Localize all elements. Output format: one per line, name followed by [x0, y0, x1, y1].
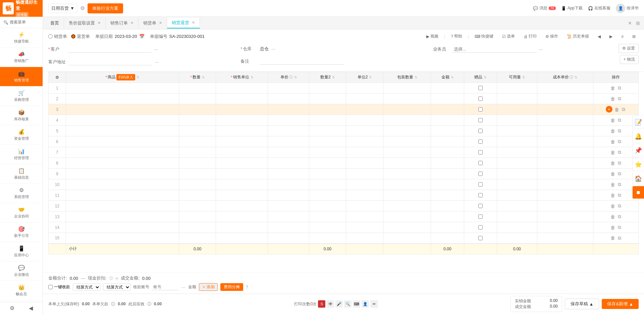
row-amount-12[interactable]	[431, 201, 464, 211]
maximize-tab-btn[interactable]: ⊞	[635, 20, 641, 26]
row-quantity2-10[interactable]	[309, 179, 346, 190]
message-btn[interactable]: 💬 消息 70	[533, 5, 556, 11]
row-quantity-13[interactable]	[179, 211, 216, 222]
delete-row-btn-11[interactable]: 🗑	[610, 192, 616, 199]
toolbar-video-btn[interactable]: ▶ 视频	[423, 32, 441, 41]
row-gift-3[interactable]	[464, 104, 497, 115]
settlement-select[interactable]: 结算方式	[73, 284, 100, 291]
row-gift-10[interactable]	[464, 179, 497, 190]
delete-row-btn-10[interactable]: 🗑	[610, 181, 616, 188]
row-sales-unit-13[interactable]	[216, 211, 268, 222]
product-input-active[interactable]	[68, 107, 177, 112]
row-product-2[interactable]	[66, 93, 179, 104]
row-unit-price-13[interactable]	[268, 211, 309, 222]
tool-icon-3[interactable]: 🎤	[335, 300, 343, 308]
toolbar-select-btn[interactable]: ☑ 选单	[499, 32, 518, 41]
row-product-6[interactable]	[66, 136, 179, 147]
row-unit-price-6[interactable]	[268, 136, 309, 147]
row-gift-5[interactable]	[464, 126, 497, 136]
row-sales-unit-2[interactable]	[216, 93, 268, 104]
fee-help-icon[interactable]: ?	[246, 285, 248, 290]
row-package-qty-2[interactable]	[383, 93, 431, 104]
row-cost-price-10[interactable]	[537, 179, 593, 190]
account-picker-icon[interactable]: ···	[181, 285, 185, 290]
tab-sales-order-close[interactable]: ✕	[130, 21, 133, 25]
row-package-qty-11[interactable]	[383, 190, 431, 201]
row-package-qty-13[interactable]	[383, 211, 431, 222]
row-amount-13[interactable]	[431, 211, 464, 222]
row-package-qty-9[interactable]	[383, 169, 431, 179]
row-unit-price-11[interactable]	[268, 190, 309, 201]
row-gift-15[interactable]	[464, 233, 497, 244]
row-unit-price-10[interactable]	[268, 179, 309, 190]
row-quantity-3[interactable]	[179, 104, 216, 115]
row-unit2-6[interactable]	[346, 136, 383, 147]
row-quantity-2[interactable]	[179, 93, 216, 104]
gift-checkbox-13[interactable]	[478, 214, 483, 219]
save-new-btn[interactable]: 保存&新增 ▲	[602, 299, 639, 309]
gift-checkbox-2[interactable]	[478, 97, 483, 101]
row-product-11[interactable]	[66, 190, 179, 201]
row-quantity2-15[interactable]	[309, 233, 346, 244]
sidebar-item-system[interactable]: ⚙ 系统管理	[0, 184, 43, 203]
sidebar-settings-icon[interactable]: ⚙	[10, 305, 14, 311]
toolbar-prev-btn[interactable]: ◀	[595, 33, 604, 40]
row-amount-7[interactable]	[431, 147, 464, 158]
row-available-14[interactable]	[497, 222, 537, 233]
row-sales-unit-14[interactable]	[216, 222, 268, 233]
tool-icon-5[interactable]: ⌨	[353, 300, 360, 308]
copy-row-btn-8[interactable]: ⧉	[617, 160, 622, 167]
row-gift-11[interactable]	[464, 190, 497, 201]
user-profile[interactable]: 👤 徐泽华	[616, 4, 639, 13]
row-unit-price-14[interactable]	[268, 222, 309, 233]
row-quantity2-12[interactable]	[309, 201, 346, 211]
row-quantity-5[interactable]	[179, 126, 216, 136]
sidebar-item-inventory[interactable]: 📦 库存核算	[0, 106, 43, 125]
row-package-qty-1[interactable]	[383, 83, 431, 93]
tool-icon-1[interactable]: S	[318, 300, 325, 308]
row-unit-price-8[interactable]	[268, 158, 309, 169]
row-quantity-6[interactable]	[179, 136, 216, 147]
sidebar-item-newbie[interactable]: 🎯 新手引导	[0, 223, 43, 242]
tab-sales-delivery-close[interactable]: ✕	[159, 21, 162, 25]
row-sales-unit-9[interactable]	[216, 169, 268, 179]
row-cost-price-13[interactable]	[537, 211, 593, 222]
row-amount-4[interactable]	[431, 115, 464, 126]
account-input[interactable]	[152, 284, 179, 290]
row-unit2-9[interactable]	[346, 169, 383, 179]
row-amount-2[interactable]	[431, 93, 464, 104]
row-gift-13[interactable]	[464, 211, 497, 222]
remark-input[interactable]	[260, 58, 344, 65]
row-sales-unit-10[interactable]	[216, 179, 268, 190]
copy-row-btn-6[interactable]: ⧉	[617, 138, 622, 145]
copy-row-btn-12[interactable]: ⧉	[617, 202, 622, 209]
gift-checkbox-3[interactable]	[478, 107, 483, 112]
row-unit2-5[interactable]	[346, 126, 383, 136]
delete-row-btn-2[interactable]: 🗑	[610, 95, 616, 102]
copy-row-btn-15[interactable]: ⧉	[617, 235, 622, 242]
row-product-1[interactable]	[66, 83, 179, 93]
calc-select[interactable]: 结算方式	[103, 284, 130, 291]
row-cost-price-12[interactable]	[537, 201, 593, 211]
row-amount-14[interactable]	[431, 222, 464, 233]
row-quantity-10[interactable]	[179, 179, 216, 190]
row-gift-2[interactable]	[464, 93, 497, 104]
gift-checkbox-1[interactable]	[478, 86, 483, 90]
sidebar-item-basic-info[interactable]: 📋 基础信息	[0, 164, 43, 184]
qty-sort-icon[interactable]: ⇅	[202, 75, 205, 79]
delete-row-btn-9[interactable]: 🗑	[610, 170, 616, 177]
industry-dropdown[interactable]: 日用百货 ▼	[48, 4, 77, 13]
copy-row-btn-13[interactable]: ⧉	[617, 213, 622, 220]
sales-radio[interactable]: 销货单	[48, 34, 67, 40]
row-product-15[interactable]	[66, 233, 179, 244]
row-quantity-15[interactable]	[179, 233, 216, 244]
row-quantity-11[interactable]	[179, 190, 216, 201]
row-quantity-9[interactable]	[179, 169, 216, 179]
avail-sort-icon[interactable]: ⇅	[522, 75, 525, 79]
row-cost-price-1[interactable]	[537, 83, 593, 93]
row-gift-4[interactable]	[464, 115, 497, 126]
row-package-qty-10[interactable]	[383, 179, 431, 190]
right-panel-btn-1[interactable]: 📝	[632, 115, 644, 129]
copy-row-btn-7[interactable]: ⧉	[617, 149, 622, 156]
row-available-13[interactable]	[497, 211, 537, 222]
